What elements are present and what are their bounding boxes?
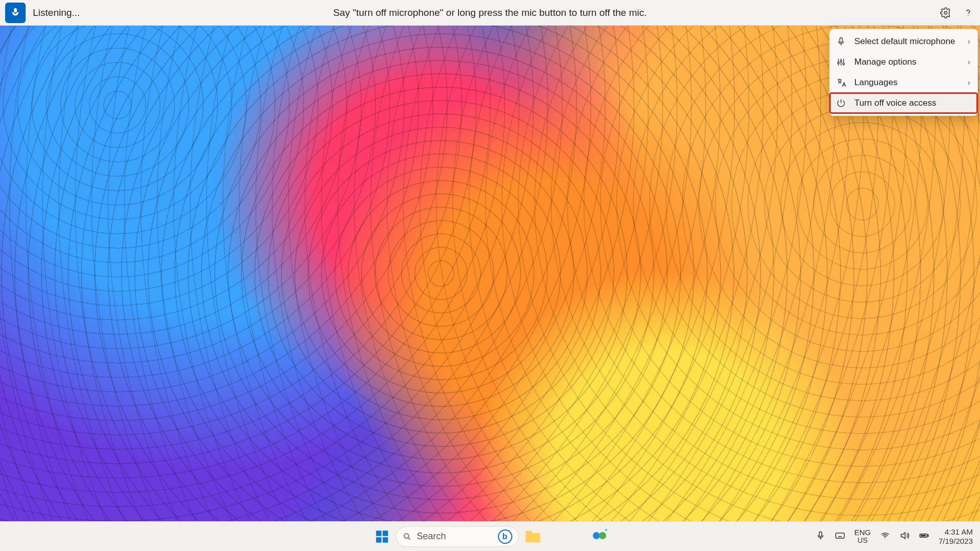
menu-item-languages[interactable]: Languages › xyxy=(830,72,977,93)
battery-icon xyxy=(919,530,929,541)
lang-top: ENG xyxy=(854,528,871,537)
gear-icon xyxy=(940,7,951,18)
menu-item-label: Select default microphone xyxy=(854,36,955,47)
taskbar-app-file-explorer[interactable] xyxy=(524,528,542,545)
chevron-right-icon: › xyxy=(968,57,970,67)
folder-icon xyxy=(524,528,542,545)
taskbar-app-paint[interactable] xyxy=(547,528,564,545)
help-button[interactable] xyxy=(962,6,975,19)
language-icon xyxy=(836,77,846,88)
volume-icon xyxy=(899,530,910,541)
svg-point-3 xyxy=(840,61,842,62)
clock-date: 7/19/2023 xyxy=(938,537,973,545)
svg-rect-16 xyxy=(921,535,926,536)
menu-item-label: Manage options xyxy=(854,57,916,67)
clock-button[interactable]: 4:31 AM 7/19/2023 xyxy=(938,527,973,545)
search-placeholder: Search xyxy=(417,531,446,542)
taskbar-app-people[interactable] xyxy=(592,529,607,544)
tray-battery-button[interactable] xyxy=(919,530,929,542)
power-icon xyxy=(836,98,846,108)
clock-time: 4:31 AM xyxy=(938,527,973,536)
svg-rect-6 xyxy=(383,530,388,536)
bing-chat-icon[interactable]: b xyxy=(498,529,512,544)
svg-rect-12 xyxy=(835,533,844,538)
svg-point-13 xyxy=(885,538,886,539)
menu-item-turn-off-voice-access[interactable]: Turn off voice access xyxy=(830,93,977,113)
help-icon xyxy=(963,7,974,18)
windows-logo-icon xyxy=(375,529,389,544)
menu-item-manage-options[interactable]: Manage options › xyxy=(830,52,977,72)
mic-icon xyxy=(10,7,21,18)
svg-point-1 xyxy=(968,15,968,15)
voice-access-hint: Say "turn off microphone" or long press … xyxy=(333,7,647,18)
svg-rect-5 xyxy=(376,530,382,536)
keyboard-icon xyxy=(835,530,845,541)
tray-volume-button[interactable] xyxy=(899,530,910,542)
lang-bottom: US xyxy=(854,537,871,544)
voice-access-status: Listening... xyxy=(33,7,80,18)
voice-access-bar: Listening... Say "turn off microphone" o… xyxy=(0,0,980,26)
menu-item-label: Languages xyxy=(854,77,897,88)
search-icon xyxy=(403,532,412,541)
chevron-right-icon: › xyxy=(968,78,970,87)
taskbar-app-edge[interactable] xyxy=(569,528,587,545)
svg-point-4 xyxy=(843,63,844,65)
svg-rect-8 xyxy=(383,537,388,543)
svg-point-2 xyxy=(837,62,839,64)
chevron-right-icon: › xyxy=(968,37,970,46)
menu-item-label: Turn off voice access xyxy=(854,98,936,108)
settings-button[interactable] xyxy=(939,6,952,19)
svg-rect-15 xyxy=(928,535,929,536)
taskbar-search[interactable]: Search b xyxy=(396,526,519,547)
sliders-icon xyxy=(836,57,846,67)
svg-rect-7 xyxy=(376,537,382,543)
mic-toggle-button[interactable] xyxy=(5,3,26,23)
wifi-icon xyxy=(880,530,890,541)
mic-icon xyxy=(836,36,846,47)
svg-point-0 xyxy=(944,11,947,14)
mic-icon xyxy=(815,530,826,541)
start-button[interactable] xyxy=(373,528,391,545)
voice-access-settings-menu: Select default microphone › Manage optio… xyxy=(829,29,978,116)
tray-wifi-button[interactable] xyxy=(880,530,890,542)
menu-item-select-microphone[interactable]: Select default microphone › xyxy=(830,31,977,52)
tray-mic-button[interactable] xyxy=(815,530,826,542)
svg-point-9 xyxy=(404,534,409,538)
system-tray: ENG US 4:31 AM 7/19/2023 xyxy=(815,527,980,545)
tray-keyboard-button[interactable] xyxy=(835,530,845,542)
taskbar: Search b ENG US 4:31 AM 7/19/2023 xyxy=(0,521,980,551)
language-indicator[interactable]: ENG US xyxy=(854,528,871,545)
svg-rect-11 xyxy=(525,530,532,534)
